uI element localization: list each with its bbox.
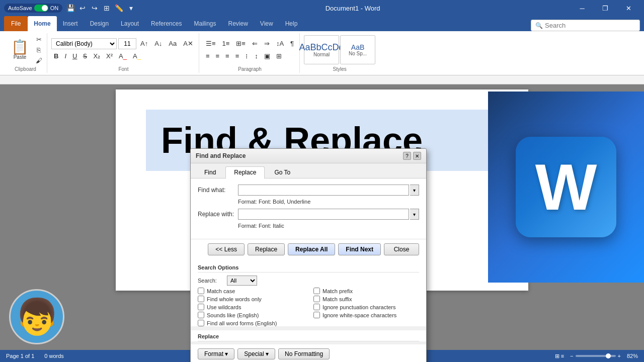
restore-button[interactable]: ❐ xyxy=(594,0,617,16)
zoom-out-icon[interactable]: − xyxy=(570,353,573,359)
sounds-like-checkbox[interactable] xyxy=(198,312,204,318)
dropdown-icon[interactable]: ▾ xyxy=(127,4,135,12)
ignore-whitespace-checkbox[interactable] xyxy=(313,312,320,318)
tab-insert[interactable]: Insert xyxy=(57,16,84,31)
match-suffix-checkbox[interactable] xyxy=(313,296,320,302)
view-icons[interactable]: ⊞ ≡ xyxy=(555,353,564,359)
font-grow-button[interactable]: A↑ xyxy=(138,38,150,49)
font-section: Calibri (Body) A↑ A↓ Aa A✕ B I U S̶ X₂ xyxy=(51,38,196,62)
dialog-tab-find[interactable]: Find xyxy=(196,166,224,178)
align-right-button[interactable]: ≡ xyxy=(223,51,232,62)
dialog-tab-goto[interactable]: Go To xyxy=(266,166,299,178)
numbering-button[interactable]: 1≡ xyxy=(220,38,232,49)
tab-file[interactable]: File xyxy=(4,16,28,31)
paragraph-label: Paragraph xyxy=(238,65,262,72)
special-button[interactable]: Special ▾ xyxy=(237,348,275,359)
justify-button[interactable]: ≡ xyxy=(233,51,242,62)
check-sounds-like: Sounds like (English) xyxy=(198,312,303,318)
replace-dropdown[interactable]: ▾ xyxy=(410,209,419,220)
tab-layout[interactable]: Layout xyxy=(115,16,145,31)
zoom-track xyxy=(576,355,616,357)
paste-icon: 📋 xyxy=(11,40,29,54)
change-case-button[interactable]: Aa xyxy=(166,38,179,49)
find-next-button[interactable]: Find Next xyxy=(338,243,381,255)
font-size-input[interactable] xyxy=(118,38,136,49)
underline-button[interactable]: U xyxy=(70,51,79,62)
subscript-button[interactable]: X₂ xyxy=(91,51,103,62)
show-hide-button[interactable]: ¶ xyxy=(288,38,296,49)
autosave-badge[interactable]: AutoSave ON xyxy=(4,4,62,13)
sort-button[interactable]: ↕A xyxy=(274,38,286,49)
undo-icon[interactable]: ↩ xyxy=(78,4,87,12)
bullets-button[interactable]: ☰≡ xyxy=(203,38,218,49)
close-button[interactable]: ✕ xyxy=(617,0,640,16)
customize-icon[interactable]: ✏️ xyxy=(115,4,123,12)
tab-mailings[interactable]: Mailings xyxy=(188,16,222,31)
align-left-button[interactable]: ≡ xyxy=(203,51,212,62)
copy-icon[interactable]: ⎘ xyxy=(34,45,44,55)
search-row: Search: All xyxy=(198,276,419,286)
font-color-button[interactable]: A_ xyxy=(116,51,129,62)
wildcards-checkbox[interactable] xyxy=(198,304,204,310)
replace-row: Replace with: ▾ xyxy=(198,209,419,220)
autosave-toggle[interactable] xyxy=(34,5,48,12)
tab-design[interactable]: Design xyxy=(84,16,115,31)
format-painter-icon[interactable]: 🖌 xyxy=(34,55,44,65)
paste-button[interactable]: 📋 Paste xyxy=(7,38,33,62)
close-button[interactable]: Close xyxy=(384,243,419,255)
replace-input[interactable] xyxy=(238,209,409,220)
find-input[interactable] xyxy=(238,185,409,196)
dialog-help-button[interactable]: ? xyxy=(403,152,411,160)
shading-button[interactable]: ▣ xyxy=(262,51,273,62)
find-dropdown[interactable]: ▾ xyxy=(410,185,419,196)
cut-icon[interactable]: ✂ xyxy=(34,34,44,44)
no-formatting-button[interactable]: No Formatting xyxy=(278,348,330,359)
replace-button[interactable]: Replace xyxy=(248,243,285,255)
tab-view[interactable]: View xyxy=(254,16,279,31)
ignore-punct-checkbox[interactable] xyxy=(313,304,320,310)
redo-icon[interactable]: ↪ xyxy=(91,4,99,12)
clear-format-button[interactable]: A✕ xyxy=(181,38,196,49)
font-content: Calibri (Body) A↑ A↓ Aa A✕ B I U S̶ X₂ xyxy=(51,34,196,65)
style-normal[interactable]: AaBbCcDd Normal xyxy=(304,35,339,64)
tab-home[interactable]: Home xyxy=(28,16,56,31)
multilevel-button[interactable]: ⊞≡ xyxy=(233,38,248,49)
line-spacing-button[interactable]: ↕ xyxy=(252,51,261,62)
superscript-button[interactable]: X² xyxy=(104,51,115,62)
find-row: Find what: ▾ xyxy=(198,185,419,196)
search-wrap[interactable]: 🔍 xyxy=(531,20,640,31)
match-prefix-checkbox[interactable] xyxy=(313,288,320,294)
strikethrough-button[interactable]: S̶ xyxy=(80,51,90,62)
tab-review[interactable]: Review xyxy=(222,16,254,31)
dialog-tab-replace[interactable]: Replace xyxy=(225,166,265,178)
italic-button[interactable]: I xyxy=(62,51,69,62)
replace-format-value: Font: Italic xyxy=(259,223,284,229)
save-icon[interactable]: 💾 xyxy=(66,4,74,12)
zoom-in-icon[interactable]: + xyxy=(618,353,621,359)
zoom-slider[interactable]: − + xyxy=(570,353,621,359)
font-row1: Calibri (Body) A↑ A↓ Aa A✕ xyxy=(51,38,196,49)
search-input[interactable] xyxy=(545,22,635,29)
decrease-indent-button[interactable]: ⇐ xyxy=(250,38,260,49)
tab-help[interactable]: Help xyxy=(279,16,304,31)
increase-indent-button[interactable]: ⇒ xyxy=(262,38,272,49)
borders-button[interactable]: ⊞ xyxy=(274,51,284,62)
format-button[interactable]: Format ▾ xyxy=(198,348,234,359)
tab-references[interactable]: References xyxy=(145,16,188,31)
highlight-button[interactable]: A_ xyxy=(130,51,143,62)
font-name-select[interactable]: Calibri (Body) xyxy=(51,38,117,49)
style-nosp[interactable]: AaB No Sp... xyxy=(340,35,375,64)
font-shrink-button[interactable]: A↓ xyxy=(152,38,165,49)
dialog-close-button[interactable]: ✕ xyxy=(413,152,421,160)
print-layout-icon[interactable]: ⊞ xyxy=(103,4,111,12)
less-button[interactable]: << Less xyxy=(208,243,245,255)
bold-button[interactable]: B xyxy=(51,51,61,62)
all-forms-checkbox[interactable] xyxy=(198,320,204,326)
whole-words-checkbox[interactable] xyxy=(198,296,204,302)
replace-all-button[interactable]: Replace All xyxy=(288,243,335,255)
search-select[interactable]: All xyxy=(227,276,257,286)
match-case-checkbox[interactable] xyxy=(198,288,204,294)
columns-button[interactable]: ⫶ xyxy=(243,51,251,62)
minimize-button[interactable]: ─ xyxy=(571,0,594,16)
align-center-button[interactable]: ≡ xyxy=(213,51,222,62)
